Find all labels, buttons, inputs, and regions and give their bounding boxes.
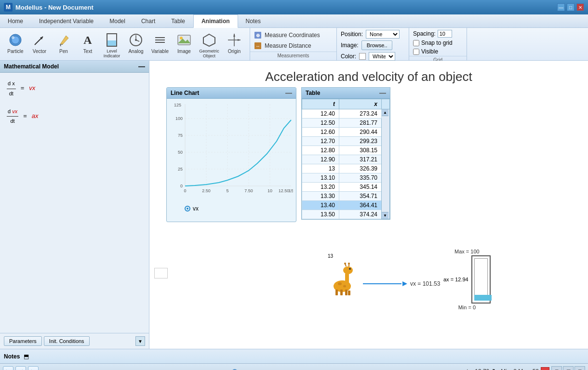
menubar: Home Independent Variable Model Chart Ta… xyxy=(0,14,588,28)
table-scrollbar[interactable]: ▲▼ xyxy=(382,109,390,219)
line-chart-widget[interactable]: Line Chart — xyxy=(166,87,296,222)
snap-checkbox[interactable] xyxy=(413,40,419,46)
table-row[interactable]: 12.90317.21 xyxy=(302,155,390,164)
variable-tool[interactable]: Variable xyxy=(148,30,172,61)
maximize-button[interactable]: □ xyxy=(567,3,575,11)
table-row[interactable]: 13.20345.14 xyxy=(302,183,390,192)
svg-point-67 xyxy=(348,263,350,264)
svg-text:↔: ↔ xyxy=(255,43,260,49)
menu-independent-variable[interactable]: Independent Variable xyxy=(31,14,102,27)
corner-icon-3[interactable]: ⊟ xyxy=(575,366,585,370)
animation-tools: Particle Vector xyxy=(0,28,250,61)
svg-text:7.50: 7.50 xyxy=(244,188,253,193)
browse-button[interactable]: Browse.. xyxy=(361,40,393,50)
minimize-button[interactable]: — xyxy=(557,3,565,11)
image-tool[interactable]: Image xyxy=(173,30,196,61)
table-cell: 13.50 xyxy=(302,210,339,219)
level-outer xyxy=(471,255,491,304)
background-section: Position: None Image: Browse.. Color: Wh… xyxy=(337,28,409,60)
line-chart-header[interactable]: Line Chart — xyxy=(167,88,296,99)
table-cell: 317.21 xyxy=(339,155,382,164)
table-row[interactable]: 13326.39 xyxy=(302,164,390,173)
line-chart-minimize[interactable]: — xyxy=(285,89,292,97)
table-row[interactable]: 13.10335.70 xyxy=(302,173,390,183)
table-row[interactable]: 12.80308.15 xyxy=(302,146,390,155)
table-row[interactable]: 13.30354.71 xyxy=(302,192,390,201)
pen-tool[interactable]: Pen xyxy=(52,30,75,61)
vector-tool[interactable]: Vector xyxy=(28,30,51,61)
menu-animation[interactable]: Animation xyxy=(193,14,238,28)
color-select[interactable]: White xyxy=(369,52,395,61)
notes-restore-icon[interactable]: ⬒ xyxy=(24,353,29,360)
level-indicator-tool[interactable]: LevelIndicator xyxy=(100,30,123,61)
corner-icon-2[interactable]: ▦ xyxy=(563,366,574,370)
menu-table[interactable]: Table xyxy=(163,14,193,27)
text-tool[interactable]: A Text xyxy=(76,30,99,61)
table-cell: 13.30 xyxy=(302,192,339,201)
prev-button[interactable]: ◀ xyxy=(15,366,26,370)
reset-button[interactable]: ■ xyxy=(541,367,549,370)
text-icon: A xyxy=(80,32,95,48)
origin-icon xyxy=(227,32,242,48)
table-cell: 364.41 xyxy=(339,201,382,210)
table-cell: 13.20 xyxy=(302,183,339,192)
next-button[interactable]: ▶ xyxy=(28,366,39,370)
main-content: Mathematical Model — d x dt = vx xyxy=(0,61,588,349)
line-chart-title: Line Chart xyxy=(171,90,199,96)
visible-checkbox[interactable] xyxy=(413,49,419,55)
table-row[interactable]: 13.40364.41 xyxy=(302,201,390,210)
analog-tool[interactable]: Analog xyxy=(124,30,147,61)
background-tools: Position: None Image: Browse.. Color: Wh… xyxy=(337,28,409,61)
arrow-head xyxy=(402,281,407,286)
init-conditions-button[interactable]: Init. Conditions xyxy=(44,336,90,346)
corner-icon-1[interactable]: ⊞ xyxy=(551,366,562,370)
animation-objects-section: Particle Vector xyxy=(0,28,250,60)
table-row[interactable]: 13.50374.24 xyxy=(302,210,390,219)
refresh-icon[interactable]: ↻ xyxy=(492,368,498,370)
measure-distance-item[interactable]: ↔ Measure Distance xyxy=(254,42,333,50)
menu-notes[interactable]: Notes xyxy=(238,14,269,27)
table-cell: 326.39 xyxy=(339,164,382,173)
particle-tool[interactable]: Particle xyxy=(4,30,27,61)
parameters-button[interactable]: Parameters xyxy=(4,336,42,346)
table-row[interactable]: 12.60290.44 xyxy=(302,128,390,137)
table-row[interactable]: 12.70299.23 xyxy=(302,137,390,146)
analog-label: Analog xyxy=(128,49,143,54)
geometric-object-icon xyxy=(201,32,217,48)
titlebar: M Modellus - New Document — □ ✕ xyxy=(0,0,588,14)
data-table: t x 12.40273.24▲▼12.50281.7712.60290.441… xyxy=(302,99,390,219)
measure-coordinates-item[interactable]: ⊕ Measure Coordinates xyxy=(254,31,333,39)
menu-model[interactable]: Model xyxy=(102,14,134,27)
eq1-lhs: d x dt xyxy=(7,78,16,99)
arrow-line xyxy=(363,283,401,284)
snap-label: Snap to grid xyxy=(421,40,453,46)
table-row[interactable]: 12.50281.77 xyxy=(302,119,390,128)
table-cell: 12.40 xyxy=(302,109,339,119)
geometric-object-tool[interactable]: GeometricObject xyxy=(197,30,222,61)
measurements-label: Measurements xyxy=(250,52,336,60)
origin-tool[interactable]: Origin xyxy=(223,30,246,61)
origin-marker xyxy=(154,268,168,278)
table-cell: 335.70 xyxy=(339,173,382,183)
position-select[interactable]: None xyxy=(366,30,400,39)
table-cell: 299.23 xyxy=(339,137,382,146)
math-model-close[interactable]: — xyxy=(138,63,145,70)
menu-chart[interactable]: Chart xyxy=(134,14,163,27)
table-cell: 13.40 xyxy=(302,201,339,210)
table-minimize[interactable]: — xyxy=(379,89,386,97)
table-row[interactable]: 12.40273.24▲▼ xyxy=(302,109,390,119)
close-button[interactable]: ✕ xyxy=(576,3,584,11)
svg-rect-56 xyxy=(340,290,343,295)
svg-marker-20 xyxy=(203,34,215,46)
panel-arrow-button[interactable]: ▼ xyxy=(135,336,145,346)
level-indicator-container: Max = 100 ax = 12.94 Min = 0 xyxy=(443,249,491,310)
svg-text:12.50: 12.50 xyxy=(279,188,290,193)
menu-home[interactable]: Home xyxy=(0,14,31,27)
table-header[interactable]: Table — xyxy=(302,88,390,99)
color-label: Color: xyxy=(341,53,356,60)
table-cell: 12.70 xyxy=(302,137,339,146)
level-body-row: ax = 12.94 xyxy=(443,255,491,304)
table-cell: 374.24 xyxy=(339,210,382,219)
play-button[interactable]: ▶ xyxy=(3,366,13,370)
spacing-input[interactable] xyxy=(438,30,452,38)
